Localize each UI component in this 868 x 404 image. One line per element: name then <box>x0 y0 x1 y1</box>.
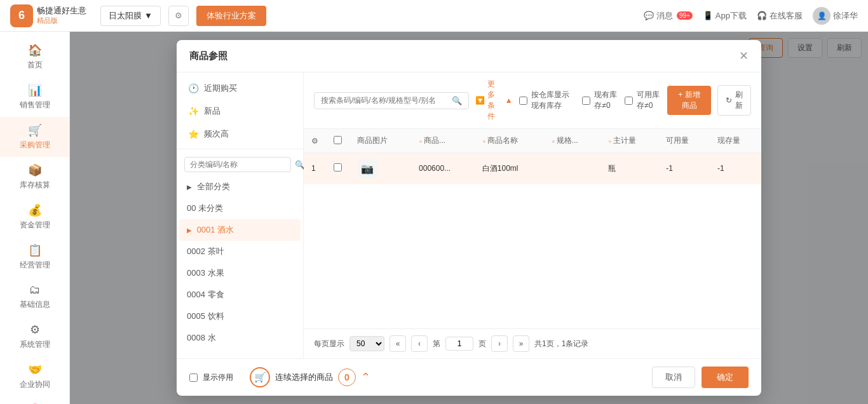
sidebar-item-finance[interactable]: 💰 资金管理 <box>0 197 69 237</box>
logo-area: 6 畅捷通好生意 精品版 <box>10 4 93 27</box>
page-input[interactable] <box>445 337 473 351</box>
recent-icon: 🕐 <box>188 83 199 93</box>
cart-icon[interactable]: 🛒 <box>250 367 270 387</box>
nav-service[interactable]: 🎧 在线客服 <box>757 10 803 22</box>
sidebar-item-inventory[interactable]: 📦 库存核算 <box>0 157 69 197</box>
cat-appliance[interactable]: 0010 家电 <box>179 349 301 353</box>
modal-close-btn[interactable]: ✕ <box>739 49 749 63</box>
show-disabled-checkbox[interactable] <box>189 374 198 382</box>
expand-icon: ▶ <box>187 184 192 191</box>
sort-icon: ⬦ <box>608 137 612 144</box>
product-search-icon[interactable]: 🔍 <box>452 96 462 105</box>
sidebar-item-collab[interactable]: 🤝 企业协同 <box>0 356 69 396</box>
category-search-input[interactable] <box>184 157 291 172</box>
row-unit: 瓶 <box>600 153 659 184</box>
add-product-btn[interactable]: + 新增商品 <box>667 86 711 115</box>
sidebar-item-guide[interactable]: 🎯 新手引导 <box>0 396 69 404</box>
inventory-icon: 📦 <box>28 163 42 177</box>
page-next-btn[interactable]: › <box>491 335 508 352</box>
sidebar-item-system[interactable]: ⚙ 系统管理 <box>0 316 69 356</box>
modal-body: 🕐 近期购买 ✨ 新品 ⭐ 频次高 <box>177 72 761 358</box>
sales-icon: 📊 <box>28 83 42 97</box>
sidebar: 🏠 首页 📊 销售管理 🛒 采购管理 📦 库存核算 💰 资金管理 📋 经营管理 … <box>0 32 70 404</box>
page-prev-btn[interactable]: ‹ <box>411 335 428 352</box>
headset-icon: 🎧 <box>757 11 767 20</box>
col-checkbox-all[interactable] <box>326 129 349 153</box>
cat-liquor[interactable]: ▶ 0001 酒水 <box>179 219 301 241</box>
cat-all[interactable]: ▶ 全部分类 <box>179 176 301 198</box>
business-icon: 📋 <box>28 243 42 257</box>
modal-title: 商品参照 <box>189 50 227 62</box>
page-first-btn[interactable]: « <box>390 335 406 352</box>
pagination: 每页显示 50 100 « ‹ 第 页 › » 共 <box>304 328 761 358</box>
col-code[interactable]: ⬦ 商品... <box>411 129 475 153</box>
chevron-down-icon: ▼ <box>144 11 153 20</box>
checkbox-warehouse[interactable]: 按仓库显示现有库存 <box>519 90 576 111</box>
image-placeholder-icon: 📷 <box>361 163 374 175</box>
sidebar-item-purchase[interactable]: 🛒 采购管理 <box>0 117 69 157</box>
table-row[interactable]: 1 📷 000600... 白酒100ml <box>304 153 761 184</box>
sidebar-item-business[interactable]: 📋 经营管理 <box>0 237 69 277</box>
cat-snack[interactable]: 0004 零食 <box>179 284 301 306</box>
checkbox-stock[interactable]: 现有库存≠0 <box>582 90 618 111</box>
footer-right: 取消 确定 <box>652 367 749 388</box>
cat-tea[interactable]: 0002 茶叶 <box>179 241 301 262</box>
col-unit[interactable]: ⬦ 主计量 <box>600 129 659 153</box>
msg-badge: 99+ <box>677 11 693 20</box>
page-last-btn[interactable]: » <box>513 335 529 352</box>
sidebar-item-home[interactable]: 🏠 首页 <box>0 37 69 77</box>
nav-user[interactable]: 👤 徐泽华 <box>813 7 858 25</box>
system-icon: ⚙ <box>30 323 40 337</box>
nav-app[interactable]: 📱 App下载 <box>703 10 747 22</box>
modal-footer: 显示停用 🛒 连续选择的商品 0 ⌃ 取消 确定 <box>177 358 761 396</box>
tab-frequent[interactable]: ⭐ 频次高 <box>182 123 298 145</box>
col-settings[interactable]: ⚙ <box>304 129 326 153</box>
confirm-btn[interactable]: 确定 <box>702 367 749 388</box>
mobile-icon: 📱 <box>703 11 713 20</box>
cat-fruit[interactable]: 0003 水果 <box>179 262 301 284</box>
left-panel: 🕐 近期购买 ✨ 新品 ⭐ 频次高 <box>177 72 304 358</box>
refresh-btn[interactable]: ↻ 刷新 <box>717 85 751 116</box>
sidebar-item-sales[interactable]: 📊 销售管理 <box>0 77 69 117</box>
cat-drink[interactable]: 0005 饮料 <box>179 306 301 327</box>
cat-uncategorized[interactable]: 00 未分类 <box>179 198 301 219</box>
footer-left: 显示停用 <box>189 372 233 383</box>
modal-overlay: 商品参照 ✕ 🕐 近期购买 ✨ <box>70 32 868 404</box>
collab-icon: 🤝 <box>28 363 42 377</box>
row-img: 📷 <box>349 153 411 184</box>
main-layout: 🏠 首页 📊 销售管理 🛒 采购管理 📦 库存核算 💰 资金管理 📋 经营管理 … <box>0 32 868 404</box>
row-code: 000600... <box>411 153 475 184</box>
avatar: 👤 <box>813 7 831 25</box>
nav-message[interactable]: 💬 消息 99+ <box>644 10 693 22</box>
branch-dropdown[interactable]: 日太阳膜 ▼ <box>100 6 161 26</box>
checkbox-usable[interactable]: 可用库存≠0 <box>625 90 661 111</box>
tab-new-product[interactable]: ✨ 新品 <box>182 100 298 122</box>
collapse-cart-btn[interactable]: ⌃ <box>361 370 370 384</box>
refresh-icon: ↻ <box>726 96 732 105</box>
cat-water[interactable]: 0008 水 <box>179 327 301 349</box>
sidebar-item-basic[interactable]: 🗂 基础信息 <box>0 277 69 316</box>
filter-btn[interactable]: 🔽 更多条件 ▲ <box>475 79 513 122</box>
purchase-icon: 🛒 <box>28 123 42 137</box>
nav-right: 💬 消息 99+ 📱 App下载 🎧 在线客服 👤 徐泽华 <box>644 7 858 25</box>
product-search-input[interactable] <box>321 96 448 105</box>
product-table-container: ⚙ 商品图片 <box>304 129 761 328</box>
col-img: 商品图片 <box>349 129 411 153</box>
cancel-btn[interactable]: 取消 <box>652 367 695 388</box>
trial-btn[interactable]: 体验行业方案 <box>196 6 266 26</box>
row-checkbox[interactable] <box>326 153 349 184</box>
cart-count-badge: 0 <box>338 368 356 386</box>
product-table: ⚙ 商品图片 <box>304 129 761 184</box>
col-name[interactable]: ⬦ 商品名称 <box>475 129 544 153</box>
settings-icon[interactable]: ⚙ <box>168 6 189 26</box>
per-page-select[interactable]: 50 100 <box>349 336 384 351</box>
product-image: 📷 <box>357 158 377 178</box>
filter-arrow-icon: ▲ <box>505 96 513 105</box>
basic-icon: 🗂 <box>29 283 41 297</box>
freq-icon: ⭐ <box>188 129 199 139</box>
tab-recent-purchase[interactable]: 🕐 近期购买 <box>182 77 298 99</box>
row-stock: -1 <box>710 153 761 184</box>
new-icon: ✨ <box>188 106 199 116</box>
top-nav: 6 畅捷通好生意 精品版 日太阳膜 ▼ ⚙ 体验行业方案 💬 消息 99+ 📱 … <box>0 0 868 32</box>
col-spec[interactable]: ⬦ 规格... <box>544 129 600 153</box>
